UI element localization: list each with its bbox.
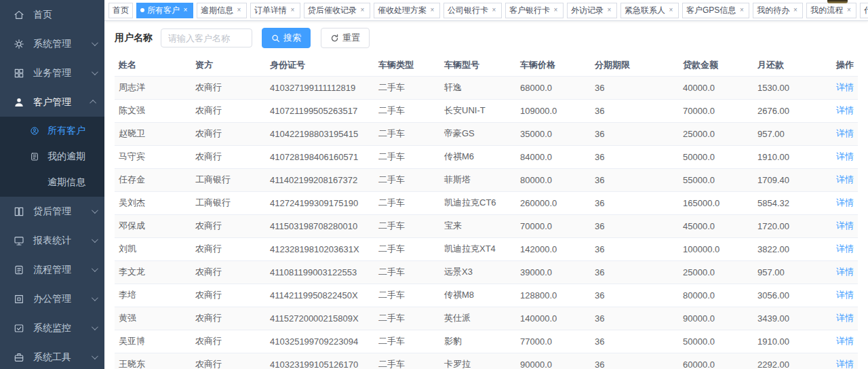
cell-monthly: 957.00	[753, 122, 829, 145]
cell-funder: 农商行	[191, 330, 266, 353]
detail-link[interactable]: 详情	[836, 290, 854, 300]
tab[interactable]: 代签任务 ×	[860, 3, 868, 18]
detail-link[interactable]: 详情	[836, 336, 854, 346]
cell-id: 412724199309175190	[266, 191, 374, 214]
sidebar-item[interactable]: 贷后管理	[0, 197, 104, 226]
detail-link[interactable]: 详情	[836, 197, 854, 208]
cell-name: 李培	[115, 284, 191, 307]
tab[interactable]: 首页	[108, 3, 133, 18]
search-input[interactable]	[161, 28, 252, 47]
tab[interactable]: 逾期信息 ×	[197, 3, 247, 18]
cell-model: 远景X3	[440, 260, 516, 284]
tab[interactable]: 所有客户 ×	[136, 3, 193, 18]
sidebar-item[interactable]: 流程管理	[0, 255, 104, 284]
close-icon[interactable]: ×	[738, 7, 745, 14]
tab[interactable]: 催收处理方案 ×	[374, 3, 440, 18]
home-icon	[14, 9, 24, 20]
sidebar-item-label: 报表统计	[33, 235, 71, 247]
tab[interactable]: 外访记录 ×	[567, 3, 617, 18]
sidebar-subitem[interactable]: 我的逾期	[0, 144, 104, 170]
detail-link[interactable]: 详情	[836, 151, 854, 161]
col-header-price: 车辆价格	[516, 55, 591, 76]
cell-name: 吴亚博	[115, 330, 191, 353]
tab[interactable]: 客户银行卡 ×	[505, 3, 564, 18]
detail-link[interactable]: 详情	[836, 82, 854, 92]
cell-term: 36	[591, 260, 679, 284]
detail-link[interactable]: 详情	[836, 128, 854, 138]
cell-price: 109000.0	[516, 99, 591, 122]
cell-term: 36	[591, 353, 679, 369]
tab-label: 贷后催收记录	[308, 5, 357, 16]
sidebar-item[interactable]: 系统工具	[0, 343, 104, 369]
detail-link[interactable]: 详情	[836, 244, 854, 254]
tab-label: 公司银行卡	[448, 5, 488, 16]
detail-link[interactable]: 详情	[836, 174, 854, 184]
close-icon[interactable]: ×	[182, 7, 189, 14]
chevron-icon	[92, 353, 98, 360]
sidebar-item[interactable]: 业务管理	[0, 58, 104, 88]
close-icon[interactable]: ×	[791, 7, 799, 14]
tools-icon	[14, 352, 24, 363]
sidebar-item[interactable]: 首页	[0, 0, 104, 29]
cell-model: 长安UNI-T	[440, 99, 516, 122]
sidebar-subitem[interactable]: 所有客户	[0, 118, 104, 144]
table-row: 任存金 工商银行 411402199208167372 二手车 菲斯塔 8000…	[115, 168, 858, 191]
tab[interactable]: 我的待办 ×	[753, 3, 803, 18]
cell-id: 410325199709223094	[266, 330, 374, 353]
close-icon[interactable]: ×	[667, 7, 675, 14]
close-icon[interactable]: ×	[845, 7, 852, 14]
tab[interactable]: 客户GPS信息 ×	[682, 3, 749, 18]
cell-model: 凯迪拉克CT6	[440, 191, 516, 214]
cell-term: 36	[591, 237, 679, 260]
sidebar-subitem[interactable]: 逾期信息	[0, 170, 104, 195]
sidebar-item[interactable]: 报表统计	[0, 226, 104, 255]
cell-name: 黄强	[115, 307, 191, 330]
cell-model: 英仕派	[440, 307, 516, 330]
tab[interactable]: 我的流程 ×	[806, 3, 856, 18]
cell-loan: 50000.0	[679, 330, 753, 353]
close-icon[interactable]: ×	[289, 7, 296, 14]
chevron-icon	[92, 207, 98, 214]
tab[interactable]: 贷后催收记录 ×	[304, 3, 370, 18]
detail-link[interactable]: 详情	[836, 359, 854, 369]
flow-icon	[14, 265, 24, 275]
tab[interactable]: 公司银行卡 ×	[443, 3, 502, 18]
cell-model: 帝豪GS	[440, 122, 516, 145]
sidebar-subitem-label: 所有客户	[47, 125, 85, 137]
close-icon[interactable]: ×	[359, 7, 366, 14]
cell-vehicle-type: 二手车	[374, 76, 440, 99]
sidebar-item[interactable]: 系统监控	[0, 313, 104, 343]
tab[interactable]: 紧急联系人 ×	[620, 3, 679, 18]
sidebar-item-label: 办公管理	[33, 293, 71, 305]
detail-link[interactable]: 详情	[836, 220, 854, 231]
detail-link[interactable]: 详情	[836, 267, 854, 277]
close-icon[interactable]: ×	[429, 7, 436, 14]
cell-vehicle-type: 二手车	[374, 168, 440, 191]
search-button[interactable]: 搜索	[262, 28, 311, 48]
detail-link[interactable]: 详情	[836, 105, 854, 115]
cell-term: 36	[591, 76, 679, 99]
tab-label: 催收处理方案	[378, 5, 427, 16]
close-icon[interactable]: ×	[490, 7, 498, 14]
cell-price: 84000.0	[516, 145, 591, 168]
sidebar-item[interactable]: 系统管理	[0, 29, 104, 58]
reset-button[interactable]: 重置	[321, 28, 370, 48]
cell-monthly: 3439.00	[753, 307, 829, 330]
sidebar-item[interactable]: 客户管理	[0, 88, 104, 117]
tab[interactable]: 订单详情 ×	[250, 3, 300, 18]
chart-icon	[14, 235, 24, 246]
close-icon[interactable]: ×	[235, 7, 243, 14]
detail-link[interactable]: 详情	[836, 313, 854, 323]
close-icon[interactable]: ×	[606, 7, 613, 14]
col-header-loan: 贷款金额	[679, 55, 753, 76]
cell-funder: 农商行	[191, 353, 266, 369]
close-icon[interactable]: ×	[552, 7, 559, 14]
cell-funder: 农商行	[191, 307, 266, 330]
col-header-vehicle-type: 车辆类型	[374, 55, 440, 76]
cell-price: 77000.0	[516, 330, 591, 353]
cell-vehicle-type: 二手车	[374, 214, 440, 237]
sidebar-item[interactable]: 办公管理	[0, 284, 104, 313]
cell-id: 411402199208167372	[266, 168, 374, 191]
tab-label: 客户GPS信息	[686, 5, 736, 16]
cell-name: 周志洋	[115, 76, 191, 99]
